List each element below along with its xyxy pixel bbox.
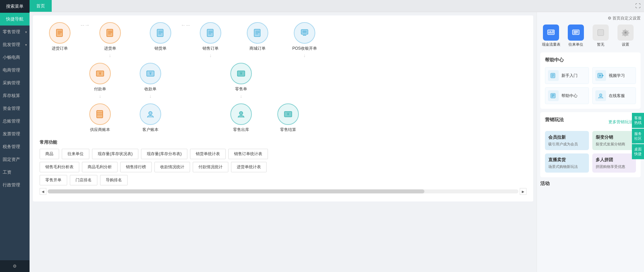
tab-expand-icon[interactable]: ⛶ (632, 3, 644, 9)
flow-node-purchase[interactable]: 进货单 (90, 22, 130, 51)
svg-rect-21 (303, 31, 307, 33)
func-buttons-row3: 零售开单 门店排名 导购排名 (40, 175, 526, 185)
func-btn-retail-open[interactable]: 零售开单 (40, 175, 67, 185)
svg-rect-8 (157, 29, 163, 37)
quick-icon-empty[interactable]: 暂无 (590, 25, 611, 47)
flow-col-retail-out: 零售出库 (221, 103, 261, 133)
sidebar-settings-button[interactable]: ⚙ (0, 260, 30, 272)
marketing-item-fission[interactable]: 裂变分销 裂变式发展分销商 (592, 131, 636, 150)
sidebar-item-admin[interactable]: 行政管理 (0, 179, 30, 191)
sidebar-item-finance[interactable]: 资金管理 (0, 102, 30, 115)
sidebar-item-ecommerce[interactable]: 电商管理 (0, 64, 30, 77)
video-icon (595, 70, 606, 81)
sidebar: 搜索菜单 快捷导航 零售管理 ▾ 批发管理 ▾ 小畅电商 电商管理 采购管理 库… (0, 0, 30, 272)
func-btn-sales-rank[interactable]: 销售排行榜 (120, 162, 152, 172)
marketing-card: 营销玩法 更多营销玩法 > 会员拉新 吸引用户成为会员 裂变分销 裂变式发展分销… (540, 112, 641, 177)
sidebar-item-wholesale[interactable]: 批发管理 ▾ (0, 38, 30, 51)
float-btn-service[interactable]: 客服 热线 (632, 113, 644, 128)
svg-rect-45 (598, 30, 604, 36)
func-btn-stock-dist[interactable]: 现存量(库存分布表) (141, 149, 187, 159)
chevron-down-icon: ▾ (25, 43, 27, 47)
sidebar-item-general-ledger[interactable]: 总账管理 (0, 115, 30, 128)
flow-node-payment[interactable]: ¥ 付款单 (80, 63, 120, 92)
scroll-track[interactable] (48, 189, 518, 193)
scroll-right-button[interactable]: ▶ (520, 188, 526, 195)
marketing-item-member[interactable]: 会员拉新 吸引用户成为会员 (545, 131, 589, 150)
sidebar-item-retail[interactable]: 零售管理 ▾ (0, 26, 30, 38)
func-btn-purchase-stat[interactable]: 进货单统计表 (231, 162, 267, 172)
float-buttons: 客服 热线 服务 社区 桌面 快捷 (632, 113, 644, 159)
down-arrow-receipt: ↓ (149, 92, 152, 100)
marketing-grid: 会员拉新 吸引用户成为会员 裂变分销 裂变式发展分销商 直播卖货 场景式购物新玩… (545, 131, 636, 173)
help-grid: 新手入门 视频学习 (545, 67, 636, 104)
flow-node-sales[interactable]: 销货单 (140, 22, 181, 51)
svg-marker-52 (602, 74, 604, 77)
func-btn-sales-profit[interactable]: 销售毛利分析表 (40, 162, 79, 172)
func-btn-product[interactable]: 商品 (40, 149, 59, 159)
flow-col-jinhuo-dan: 进货单 ↓ (90, 22, 130, 59)
svg-rect-0 (56, 29, 62, 37)
service-icon (595, 90, 606, 101)
quick-icon-partner[interactable]: 往来单位 (565, 25, 587, 47)
flow-node-mall-order[interactable]: 商城订单 (237, 22, 278, 51)
flow-node-sales-order[interactable]: 销售订单 (190, 22, 231, 51)
sidebar-item-tax[interactable]: 税务管理 (0, 140, 30, 153)
arrow-left-sales: - - → (181, 22, 190, 36)
func-btn-receipt-stat[interactable]: 收款情况统计 (154, 162, 190, 172)
sidebar-item-invoice[interactable]: 发票管理 (0, 128, 30, 140)
float-btn-desktop[interactable]: 桌面 快捷 (632, 144, 644, 159)
func-btn-sales-stat[interactable]: 销货单统计表 (190, 149, 226, 159)
scroll-thumb (48, 189, 424, 193)
sidebar-search[interactable]: 搜索菜单 (0, 0, 30, 13)
flow-node-retail-order[interactable]: ¥ 零售单 (221, 63, 261, 92)
flow-node-supplier-ledger[interactable]: 供应商账本 (80, 103, 120, 133)
svg-text:¥: ¥ (149, 71, 152, 76)
flow-node-customer-ledger[interactable]: 客户账本 (130, 103, 171, 133)
sidebar-item-payroll[interactable]: 工资 (0, 166, 30, 179)
func-btn-stock-status[interactable]: 现存量(库存状况表) (92, 149, 138, 159)
func-btn-sales-order-stat[interactable]: 销售订单统计表 (228, 149, 268, 159)
customize-settings[interactable]: ⚙ 首页自定义设置 (540, 15, 641, 21)
func-btn-product-profit[interactable]: 商品毛利分析 (82, 162, 118, 172)
purchase-icon (99, 22, 121, 44)
sidebar-item-purchase[interactable]: 采购管理 (0, 77, 30, 89)
scroll-left-button[interactable]: ◀ (40, 188, 46, 195)
quick-icon-cashflow[interactable]: 现金流量表 (540, 25, 562, 47)
func-btn-store-rank[interactable]: 门店排名 (70, 175, 97, 185)
down-arrow-pos: ↓ (304, 51, 306, 59)
flow-diagram: 进货订单 - - → (40, 22, 526, 133)
flow-col-retail-settle: ¥ 零售结算 (268, 103, 308, 133)
func-buttons-row2: 销售毛利分析表 商品毛利分析 销售排行榜 收款情况统计 付款情况统计 进货单统计… (40, 162, 526, 172)
activity-title: 活动 (540, 181, 641, 187)
scroll-bar-area: ◀ ▶ (40, 188, 526, 195)
flow-node-retail-settle[interactable]: ¥ 零售结算 (268, 103, 308, 133)
receipt-icon: ¥ (140, 63, 161, 84)
main-area: 首页 ⛶ (30, 0, 644, 272)
func-btn-payment-stat[interactable]: 付款情况统计 (193, 162, 228, 172)
common-title: 常用功能 (40, 139, 526, 145)
quick-icon-settings[interactable]: 设置 (615, 25, 636, 47)
flow-node-pos[interactable]: POS收银开单 (284, 22, 325, 51)
sidebar-item-inventory[interactable]: 库存核算 (0, 89, 30, 102)
help-item-service[interactable]: 在线客服 (592, 87, 636, 104)
sidebar-item-fixed-assets[interactable]: 固定资产 (0, 153, 30, 166)
func-buttons-row1: 商品 往来单位 现存量(库存状况表) 现存量(库存分布表) 销货单统计表 销售订… (40, 149, 526, 159)
down-arrow-purchase: ↓ (109, 51, 111, 59)
flow-col-supplier-ledger: 供应商账本 (80, 103, 120, 133)
help-item-beginner[interactable]: 新手入门 (545, 67, 589, 84)
tab-home[interactable]: 首页 (30, 0, 52, 12)
arrow-right-1: - - → (81, 22, 89, 36)
marketing-item-group-buy[interactable]: 多人拼团 拼团购物享受优惠 (592, 153, 636, 173)
flow-node-retail-out[interactable]: 零售出库 (221, 103, 261, 133)
flow-node-receipt[interactable]: ¥ 收款单 (130, 63, 171, 92)
func-btn-guide-rank[interactable]: 导购排名 (100, 175, 128, 185)
sidebar-quicknav[interactable]: 快捷导航 (0, 13, 30, 26)
sidebar-item-ecommerce-small[interactable]: 小畅电商 (0, 51, 30, 64)
help-item-video[interactable]: 视频学习 (592, 67, 636, 84)
help-item-helpcenter[interactable]: 帮助中心 (545, 87, 589, 104)
marketing-item-live[interactable]: 直播卖货 场景式购物新玩法 (545, 153, 589, 173)
float-btn-community[interactable]: 服务 社区 (632, 129, 644, 144)
func-btn-partner[interactable]: 往来单位 (62, 149, 89, 159)
flow-node-purchase-order[interactable]: 进货订单 (40, 22, 80, 51)
sales-icon (150, 22, 171, 44)
